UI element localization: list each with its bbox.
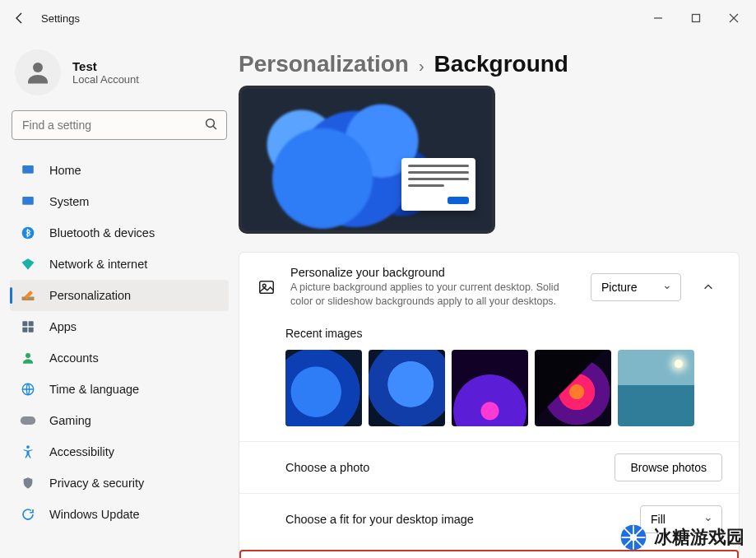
sidebar-item-label: System [49,195,89,208]
sidebar-item-label: Accessibility [49,445,114,458]
sidebar-item-label: Network & internet [49,258,147,271]
update-icon [20,506,36,523]
sidebar: Test Local Account Home System Bluetooth… [0,36,239,558]
svg-point-15 [26,353,30,358]
home-icon [20,162,36,179]
svg-point-26 [630,534,638,542]
svg-point-20 [262,284,266,287]
recent-images [239,350,739,441]
breadcrumb-current: Background [434,51,568,77]
user-name: Test [72,59,139,73]
watermark-text: 冰糖游戏园 [654,525,744,550]
choose-photo-row: Choose a photo Browse photos [239,441,739,493]
accounts-icon [20,350,36,366]
apps-icon [20,319,36,335]
arrow-left-icon [13,12,26,25]
system-icon [20,193,36,210]
recent-image-5[interactable] [618,350,694,426]
svg-rect-17 [21,416,35,425]
personalize-desc: A picture background applies to your cur… [290,281,577,309]
svg-point-9 [22,227,35,239]
sidebar-item-personalization[interactable]: Personalization [10,280,229,311]
minimize-icon [653,13,663,23]
sidebar-item-label: Bluetooth & devices [49,226,155,239]
sidebar-item-privacy[interactable]: Privacy & security [10,467,229,499]
chevron-right-icon: › [419,57,424,76]
choose-photo-label: Choose a photo [256,461,615,474]
breadcrumb-parent[interactable]: Personalization [239,51,409,77]
browse-photos-button[interactable]: Browse photos [615,453,722,481]
sidebar-item-label: Apps [49,320,77,333]
account-type: Local Account [72,73,139,86]
svg-rect-11 [22,321,27,326]
globe-icon [20,381,36,398]
svg-point-5 [206,119,215,128]
sidebar-item-label: Privacy & security [49,477,144,490]
sidebar-item-accounts[interactable]: Accounts [10,342,229,374]
sidebar-item-label: Personalization [49,289,131,302]
person-icon [23,58,53,87]
svg-rect-12 [29,321,34,326]
svg-rect-13 [22,328,27,332]
breadcrumb: Personalization › Background [239,36,740,86]
sidebar-item-windows-update[interactable]: Windows Update [10,499,229,530]
sidebar-item-label: Windows Update [49,508,140,521]
close-button[interactable] [715,5,753,31]
watermark-icon [619,523,647,551]
choose-fit-label: Choose a fit for your desktop image [256,513,640,526]
window-title: Settings [41,12,80,25]
bluetooth-icon [20,225,36,241]
avatar [15,49,61,95]
titlebar: Settings [0,0,756,36]
profile[interactable]: Test Local Account [10,44,229,110]
nav-list: Home System Bluetooth & devices Network … [10,155,229,530]
gaming-icon [20,412,36,429]
recent-image-3[interactable] [452,350,528,426]
recent-image-4[interactable] [535,350,611,426]
svg-rect-1 [693,15,700,22]
sidebar-item-network[interactable]: Network & internet [10,249,229,280]
watermark: 冰糖游戏园 [619,523,744,551]
sidebar-item-time-language[interactable]: Time & language [10,374,229,405]
shield-icon [20,475,36,491]
svg-point-4 [33,63,43,72]
svg-line-6 [213,126,216,129]
search-wrap [12,110,227,140]
svg-rect-14 [29,328,34,332]
network-icon [20,256,36,272]
sidebar-item-label: Gaming [49,414,91,427]
personalization-icon [20,287,36,304]
sidebar-item-gaming[interactable]: Gaming [10,405,229,436]
back-button[interactable] [3,2,36,35]
close-icon [729,13,739,23]
sidebar-item-apps[interactable]: Apps [10,311,229,342]
maximize-icon [691,13,701,23]
sidebar-item-bluetooth[interactable]: Bluetooth & devices [10,217,229,249]
sidebar-item-label: Time & language [49,383,139,396]
sidebar-item-label: Accounts [49,351,99,365]
svg-rect-7 [22,165,34,174]
background-type-select[interactable]: Picture [591,273,681,301]
sidebar-item-system[interactable]: System [10,186,229,217]
recent-image-1[interactable] [285,350,362,426]
accessibility-icon [20,444,36,460]
background-card: Personalize your background A picture ba… [239,252,740,558]
minimize-button[interactable] [639,5,677,31]
desktop-preview [239,86,495,234]
personalize-title: Personalize your background [290,266,577,279]
personalize-row: Personalize your background A picture ba… [239,253,739,322]
picture-icon [256,278,277,296]
search-input[interactable] [12,110,227,140]
sidebar-item-home[interactable]: Home [10,155,229,186]
chevron-up-icon [703,281,714,293]
svg-rect-8 [22,197,34,205]
svg-point-18 [26,445,30,449]
recent-image-2[interactable] [369,350,445,426]
recent-images-label: Recent images [239,322,739,350]
search-icon [204,117,219,135]
sidebar-item-accessibility[interactable]: Accessibility [10,436,229,467]
maximize-button[interactable] [677,5,715,31]
collapse-button[interactable] [694,273,722,301]
main-content: Personalization › Background Personalize… [239,36,756,558]
svg-rect-19 [260,281,274,294]
